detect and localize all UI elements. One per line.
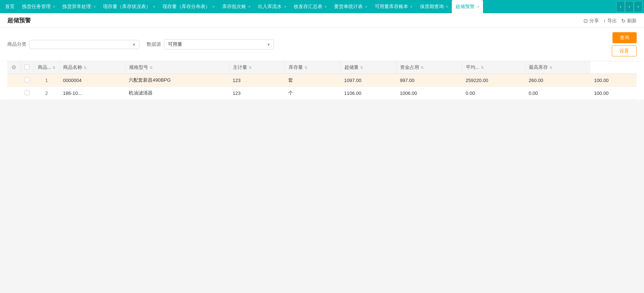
share-icon: ⊡: [583, 18, 588, 24]
row-name: 机油滤清器: [125, 87, 229, 100]
nav-pick-exception-label: 拣货异常处理: [62, 3, 91, 10]
row-spec: 123: [229, 74, 285, 87]
share-button[interactable]: ⊡ 分享: [583, 18, 599, 24]
row-settings-cell: [7, 74, 21, 87]
nav-pick-task-close[interactable]: ×: [53, 4, 55, 9]
th-spec[interactable]: 规格型号⇅: [125, 61, 229, 74]
nav-home-label: 首页: [5, 3, 15, 10]
nav-stock-status[interactable]: 现存量（库存状况表） ×: [99, 0, 159, 13]
th-stock-sort: ⇅: [304, 66, 307, 70]
datasource-filter-group: 数据源 可用量 ▾: [147, 39, 274, 49]
table-row: 1 0000004 六配套新昌490BPG 123 套 1097.00 997.…: [7, 74, 637, 87]
th-name-sort: ⇅: [84, 66, 87, 70]
row-overstock: 997.00: [396, 74, 462, 87]
nav-order-stats-close[interactable]: ×: [365, 4, 367, 9]
query-button[interactable]: 查询: [612, 32, 637, 43]
row-name: 六配套新昌490BPG: [125, 74, 229, 87]
datasource-dropdown-icon: ▾: [267, 42, 270, 47]
export-label: 导出: [607, 18, 617, 24]
share-label: 分享: [589, 18, 599, 24]
nav-overstock-label: 超储预警: [455, 3, 475, 10]
export-button[interactable]: ↑ 导出: [603, 18, 617, 24]
nav-stock-status-close[interactable]: ×: [153, 4, 155, 9]
th-settings: ⚙: [7, 61, 21, 74]
th-name-label: 商品名称: [63, 64, 82, 71]
nav-usable-stock[interactable]: 可用量库存账本 ×: [371, 0, 416, 13]
nav-pick-task[interactable]: 拣货任务管理 ×: [18, 0, 59, 13]
datasource-select[interactable]: 可用量 ▾: [164, 39, 274, 49]
th-capital-label: 资金占用: [400, 64, 419, 71]
row-checkbox-1[interactable]: [25, 90, 30, 95]
nav-order-stats-label: 要货单统计表: [334, 3, 363, 10]
th-overstock[interactable]: 超储量⇅: [340, 61, 396, 74]
column-settings-icon[interactable]: ⚙: [11, 64, 16, 70]
th-stock[interactable]: 库存量⇅: [285, 61, 340, 74]
row-checkbox-cell: [21, 87, 34, 100]
nav-pick-task-label: 拣货任务管理: [22, 3, 51, 10]
nav-home[interactable]: 首页: [1, 0, 18, 13]
refresh-button[interactable]: ↻ 刷新: [621, 18, 637, 24]
nav-expiry-close[interactable]: ×: [446, 4, 448, 9]
row-avg: 260.00: [525, 74, 590, 87]
nav-summary-label: 收发存汇总表: [294, 3, 322, 10]
category-select[interactable]: ▾: [29, 40, 139, 49]
page-header: 超储预警 ⊡ 分享 ↑ 导出 ↻ 刷新: [0, 13, 644, 28]
th-avg-label: 平均...: [466, 64, 479, 71]
nav-batch-account-close[interactable]: ×: [248, 4, 250, 9]
th-avg[interactable]: 平均...⇅: [462, 61, 525, 74]
row-overstock: 1006.00: [396, 87, 462, 100]
row-maxstock: 100.00: [590, 87, 637, 100]
row-checkbox-0[interactable]: [25, 77, 30, 82]
filter-area: 商品分类 ▾ 数据源 可用量 ▾ 查询 设置: [0, 28, 644, 61]
row-capital: 259220.00: [462, 74, 525, 87]
row-avg: 0.00: [525, 87, 590, 100]
th-stock-label: 库存量: [289, 64, 303, 71]
th-maxstock[interactable]: 最高库存⇅: [525, 61, 590, 74]
th-maxstock-sort: ⇅: [549, 66, 552, 70]
export-icon: ↑: [603, 18, 606, 24]
refresh-label: 刷新: [627, 18, 637, 24]
refresh-icon: ↻: [621, 18, 626, 24]
nav-overstock-close[interactable]: ×: [477, 4, 479, 9]
th-code[interactable]: 商品...⇅: [34, 61, 59, 74]
nav-stock-dist-label: 现存量（库存分布表）: [162, 3, 210, 10]
header-checkbox[interactable]: [25, 64, 30, 70]
nav-inout-flow[interactable]: 出入库流水 ×: [254, 0, 290, 13]
table-body: 1 0000004 六配套新昌490BPG 123 套 1097.00 997.…: [7, 74, 637, 100]
row-code: 186-10...: [59, 87, 125, 100]
th-code-sort: ⇅: [52, 66, 55, 70]
row-unit: 个: [285, 87, 340, 100]
nav-more-arrow[interactable]: ›: [634, 1, 643, 12]
nav-arrows: ‹ › ›: [616, 1, 643, 12]
nav-order-stats[interactable]: 要货单统计表 ×: [330, 0, 371, 13]
set-button[interactable]: 设置: [612, 45, 637, 56]
nav-batch-account-label: 库存批次账: [222, 3, 246, 10]
row-unit: 套: [285, 74, 340, 87]
nav-overstock[interactable]: 超储预警 ×: [452, 0, 483, 13]
nav-stock-dist[interactable]: 现存量（库存分布表） ×: [159, 0, 218, 13]
th-unit-sort: ⇅: [249, 66, 252, 70]
th-overstock-label: 超储量: [344, 64, 359, 71]
category-label: 商品分类: [7, 41, 26, 48]
nav-summary-close[interactable]: ×: [325, 4, 327, 9]
nav-stock-status-label: 现存量（库存状况表）: [103, 3, 151, 10]
th-name[interactable]: 商品名称⇅: [59, 61, 125, 74]
nav-usable-stock-close[interactable]: ×: [410, 4, 413, 9]
nav-pick-exception-close[interactable]: ×: [93, 4, 95, 9]
table-header-row: ⚙ 商品...⇅ 商品名称⇅ 规格型号⇅ 主计量⇅ 库存量⇅: [7, 61, 637, 74]
nav-stock-dist-close[interactable]: ×: [212, 4, 215, 9]
top-navigation: 首页 拣货任务管理 × 拣货异常处理 × 现存量（库存状况表） × 现存量（库存…: [0, 0, 644, 13]
category-filter-group: 商品分类 ▾: [7, 40, 139, 49]
nav-pick-exception[interactable]: 拣货异常处理 ×: [59, 0, 99, 13]
nav-expiry[interactable]: 保质期查询 ×: [416, 0, 452, 13]
th-checkbox: [21, 61, 34, 74]
nav-batch-account[interactable]: 库存批次账 ×: [219, 0, 254, 13]
th-capital[interactable]: 资金占用⇅: [396, 61, 462, 74]
th-unit[interactable]: 主计量⇅: [229, 61, 285, 74]
nav-summary[interactable]: 收发存汇总表 ×: [290, 0, 330, 13]
nav-right-arrow[interactable]: ›: [625, 1, 634, 12]
row-stock: 1106.00: [340, 87, 396, 100]
nav-inout-flow-close[interactable]: ×: [284, 4, 286, 9]
nav-left-arrow[interactable]: ‹: [616, 1, 625, 12]
row-checkbox-cell: [21, 74, 34, 87]
